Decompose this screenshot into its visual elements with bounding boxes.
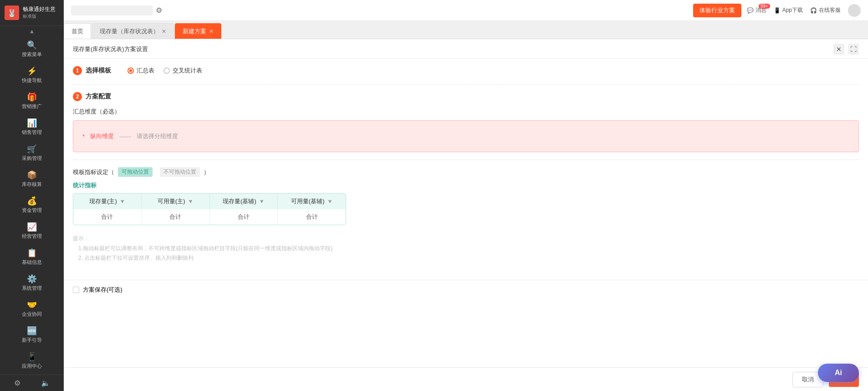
step2-header: 2 方案配置	[73, 92, 859, 101]
search-input[interactable]	[71, 5, 153, 15]
message-icon: 💬	[747, 7, 754, 14]
not-draggable-tag: 不可拖动位置	[160, 167, 200, 177]
tip-item-1: 1.拖动标题栏可以调整布局，不可跨维度或指标区域拖动栏目字段(只能在同一维度或指…	[73, 244, 859, 254]
template-radio-group: 汇总表 交叉统计表	[128, 67, 202, 75]
stats-col-label-2: 现存量(基辅)	[223, 197, 256, 206]
radio-summary-btn[interactable]	[128, 67, 134, 74]
customer-service-btn[interactable]: 🎧 在线客服	[810, 6, 841, 14]
save-checkbox[interactable]	[73, 287, 79, 293]
nav-label: 新手引导	[22, 337, 42, 344]
content-header: 现存量(库存状况表)方案设置 ✕ ⛶	[64, 39, 868, 59]
tab-close-1[interactable]: ✕	[162, 28, 166, 35]
nav-item-[interactable]: 📱应用中心	[0, 348, 64, 374]
radio-cross[interactable]: 交叉统计表	[163, 67, 202, 75]
nav-item-[interactable]: 📦库存核算	[0, 166, 64, 192]
industry-btn[interactable]: 体验行业方案	[693, 4, 741, 17]
nav-icon: ⚡	[27, 67, 37, 75]
step1-header: 1 选择模板 汇总表 交叉统计表	[73, 66, 859, 75]
nav-item-[interactable]: 📋基础信息	[0, 244, 64, 270]
nav-icon: 📊	[27, 119, 37, 127]
tab-1[interactable]: 现存量（库存状况表）✕	[92, 23, 174, 39]
nav-item-[interactable]: 📊销售管理	[0, 114, 64, 140]
save-row: 方案保存(可选)	[64, 280, 868, 299]
stats-col-label-0: 现存量(主)	[89, 197, 117, 206]
app-download-btn[interactable]: 📱 App下载	[774, 6, 803, 14]
nav-icon: 📱	[27, 353, 37, 361]
stats-col-arrow-2[interactable]: ▼	[259, 198, 265, 205]
nav-item-[interactable]: 🎁营销推广	[0, 88, 64, 114]
stats-col-arrow-1[interactable]: ▼	[188, 198, 194, 205]
tab-close-2[interactable]: ✕	[209, 28, 214, 35]
logo-icon: 🐰	[5, 5, 19, 20]
nav-item-[interactable]: 💰资金管理	[0, 192, 64, 218]
radio-summary[interactable]: 汇总表	[128, 67, 154, 75]
sidebar-bottom: ⚙ 🔈	[0, 375, 64, 391]
save-label: 方案保存(可选)	[83, 286, 123, 294]
tab-label-1: 现存量（库存状况表）	[100, 27, 159, 36]
nav-icon: 💰	[27, 197, 37, 205]
draggable-tag: 可拖动位置	[118, 167, 153, 177]
stats-col-header-1[interactable]: 可用量(主)▼	[142, 194, 210, 209]
summary-dimension-label: 汇总维度（必选）	[73, 108, 859, 116]
stats-col-header-2[interactable]: 现存量(基辅)▼	[210, 194, 278, 209]
settings-icon[interactable]: ⚙	[14, 379, 20, 387]
nav-label: 搜索菜单	[22, 51, 42, 58]
stats-col-header-0[interactable]: 现存量(主)▼	[73, 194, 142, 209]
nav-item-[interactable]: 📈经营管理	[0, 218, 64, 244]
headset-icon: 🎧	[810, 7, 817, 14]
stats-table-body: 合计合计合计合计	[73, 209, 346, 225]
nav-label: 企业协同	[22, 311, 42, 318]
tab-label-0: 首页	[71, 27, 83, 36]
speaker-icon[interactable]: 🔈	[41, 379, 50, 387]
dimension-dash: ——	[119, 133, 131, 140]
stats-col-arrow-3[interactable]: ▼	[327, 198, 333, 205]
stats-col-label-1: 可用量(主)	[158, 197, 185, 206]
stats-col-body-3: 合计	[278, 209, 346, 225]
tab-0[interactable]: 首页	[64, 23, 91, 39]
step2-section: 2 方案配置 汇总维度（必选） * 纵向维度 —— 请选择分组维度 模板指标设定…	[73, 92, 859, 263]
stats-col-header-3[interactable]: 可用量(基辅)▼	[278, 194, 346, 209]
nav-label: 销售管理	[22, 129, 42, 136]
app-name: 畅康通好生意	[23, 6, 56, 13]
nav-icon: 📋	[27, 249, 37, 257]
nav-item-[interactable]: 🆕新手引导	[0, 322, 64, 348]
stats-col-arrow-0[interactable]: ▼	[120, 198, 125, 205]
expand-panel-btn[interactable]: ⛶	[848, 44, 859, 55]
tab-2[interactable]: 新建方案✕	[175, 23, 221, 39]
nav-item-[interactable]: 🔍搜索菜单	[0, 36, 64, 62]
nav-item-[interactable]: 🤝企业协同	[0, 296, 64, 322]
sidebar-logo: 🐰 畅康通好生意 标准版	[0, 0, 64, 26]
nav-label: 营销推广	[22, 103, 42, 110]
step1-number: 1	[73, 66, 82, 75]
radio-cross-btn[interactable]	[163, 67, 170, 74]
tip-item-2: 2. 点击标题栏下拉可设置排序、插入列和删除列	[73, 253, 859, 263]
stats-table: 现存量(主)▼可用量(主)▼现存量(基辅)▼可用量(基辅)▼ 合计合计合计合计	[73, 193, 346, 225]
phone-icon: 📱	[774, 7, 781, 14]
close-panel-btn[interactable]: ✕	[833, 44, 844, 55]
sidebar-scroll-up[interactable]: ▲	[0, 26, 64, 36]
nav-icon: 📈	[27, 223, 37, 231]
nav-item-[interactable]: ⚡快捷导航	[0, 62, 64, 88]
message-btn[interactable]: 💬 消息 99+	[747, 6, 766, 14]
stats-col-body-2: 合计	[210, 209, 278, 225]
radio-summary-label: 汇总表	[137, 67, 154, 75]
stats-col-body-0: 合计	[73, 209, 142, 225]
sidebar: 🐰 畅康通好生意 标准版 ▲ 🔍搜索菜单⚡快捷导航🎁营销推广📊销售管理🛒采购管理…	[0, 0, 64, 391]
app-download-label: App下载	[782, 6, 803, 14]
avatar[interactable]	[848, 4, 861, 17]
dimension-required-star: *	[82, 133, 85, 140]
step1-section: 1 选择模板 汇总表 交叉统计表	[73, 66, 859, 75]
app-version: 标准版	[23, 13, 56, 20]
tab-label-2: 新建方案	[183, 27, 206, 36]
ai-float-button[interactable]: Ai	[818, 364, 859, 382]
page-title: 现存量(库存状况表)方案设置	[73, 45, 148, 53]
nav-item-[interactable]: 🛒采购管理	[0, 140, 64, 166]
dimension-area: * 纵向维度 —— 请选择分组维度	[73, 120, 859, 152]
nav-item-[interactable]: ⚙️系统管理	[0, 270, 64, 296]
nav-icon: 🤝	[27, 301, 37, 309]
gear-icon[interactable]: ⚙	[156, 6, 162, 15]
dimension-placeholder[interactable]: 请选择分组维度	[137, 132, 178, 140]
stats-section-label: 统计指标	[73, 181, 859, 190]
indicator-settings-label: 模板指标设定（ 可拖动位置 不可拖动位置 ）	[73, 167, 859, 177]
nav-icon: 🔍	[27, 41, 37, 49]
